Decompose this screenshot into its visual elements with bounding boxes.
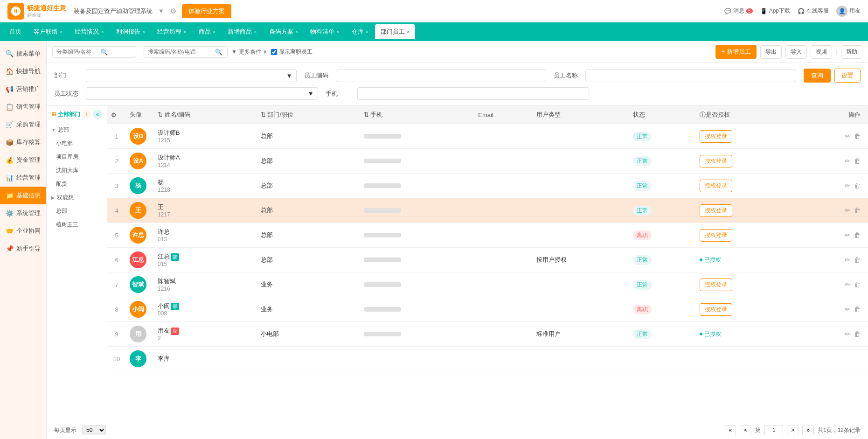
user-btn[interactable]: 👤 用友 xyxy=(836,6,861,17)
tab-operation[interactable]: 经营情况 × xyxy=(69,24,109,39)
service-btn[interactable]: 🎧 在线客服 xyxy=(798,7,829,15)
next-page-btn[interactable]: > xyxy=(787,425,799,435)
close-icon[interactable]: × xyxy=(295,29,298,35)
tab-history[interactable]: 经营历程 × xyxy=(152,24,192,39)
nav-collab[interactable]: 🤝 企业协同 xyxy=(0,222,46,240)
emp-code-input[interactable] xyxy=(336,70,547,82)
auth-login-button[interactable]: 授权登录 xyxy=(700,204,732,217)
nav-finance[interactable]: 💰 资金管理 xyxy=(0,151,46,169)
close-icon[interactable]: × xyxy=(254,29,257,35)
nav-inventory[interactable]: 📦 库存核算 xyxy=(0,133,46,151)
close-icon[interactable]: × xyxy=(336,29,339,35)
tab-bom[interactable]: 物料清单 × xyxy=(305,24,345,39)
more-filter-btn[interactable]: ▼ 更多条件 ∧ xyxy=(231,48,267,56)
auth-login-button[interactable]: 授权登录 xyxy=(700,180,732,192)
auth-login-button[interactable]: 授权登录 xyxy=(700,229,732,242)
edit-icon[interactable]: ✏ xyxy=(845,182,850,189)
dept-tree-general[interactable]: ▼ 总部 xyxy=(47,123,107,137)
import-button[interactable]: 导入 xyxy=(785,45,807,59)
first-page-btn[interactable]: « xyxy=(725,425,736,435)
nav-sales[interactable]: 📋 销售管理 xyxy=(0,98,46,116)
delete-icon[interactable]: 🗑 xyxy=(854,231,861,239)
query-button[interactable]: 查询 xyxy=(804,69,831,83)
close-icon[interactable]: × xyxy=(101,29,104,35)
tab-home[interactable]: 首页 xyxy=(4,24,27,39)
employee-search-box[interactable]: 🔍 xyxy=(144,46,228,58)
auth-login-button[interactable]: 授权登录 xyxy=(700,279,732,291)
dept-search-input[interactable] xyxy=(56,49,98,55)
col-settings[interactable]: ⚙ xyxy=(107,106,126,124)
per-page-select[interactable]: 50 100 xyxy=(82,425,106,435)
close-icon[interactable]: × xyxy=(60,29,62,35)
employee-search-input[interactable] xyxy=(148,49,213,55)
resigned-checkbox-input[interactable] xyxy=(271,49,277,55)
nav-marketing[interactable]: 📢 营销推广 xyxy=(0,80,46,98)
edit-icon[interactable]: ✏ xyxy=(845,306,850,313)
last-page-btn[interactable]: » xyxy=(802,425,814,435)
auth-login-button[interactable]: 授权登录 xyxy=(700,303,732,316)
dept-search-icon[interactable]: 🔍 xyxy=(100,49,108,56)
edit-icon[interactable]: ✏ xyxy=(845,330,850,338)
delete-icon[interactable]: 🗑 xyxy=(854,306,861,313)
add-dept-btn[interactable]: + xyxy=(82,110,91,119)
dept-item-zhishu[interactable]: 植树王三 xyxy=(47,218,107,231)
nav-business[interactable]: 📊 经营管理 xyxy=(0,169,46,187)
col-dept[interactable]: ⇅ 部门/职位 xyxy=(257,106,360,124)
page-input[interactable] xyxy=(764,425,783,435)
dept-item-project[interactable]: 项目库房 xyxy=(47,150,107,164)
dept-item-small-elec[interactable]: 小电部 xyxy=(47,137,107,150)
auth-login-button[interactable]: 授权登录 xyxy=(700,155,732,167)
dropdown-icon[interactable]: ▼ xyxy=(158,7,164,14)
dept-search-box[interactable]: 🔍 xyxy=(52,46,136,58)
tab-dept-staff[interactable]: 部门员工 × xyxy=(375,24,415,39)
trial-button[interactable]: 体验行业方案 xyxy=(182,4,231,18)
nav-search[interactable]: 🔍 搜索菜单 xyxy=(0,45,46,63)
dept-item-headquarters[interactable]: 总部 xyxy=(47,204,107,218)
edit-icon[interactable]: ✏ xyxy=(845,132,850,140)
tab-customer[interactable]: 客户联络 × xyxy=(28,24,68,39)
edit-icon[interactable]: ✏ xyxy=(845,281,850,288)
app-download-btn[interactable]: 📱 App下载 xyxy=(760,7,790,15)
view-button[interactable]: 视频 xyxy=(811,45,832,59)
emp-name-input[interactable] xyxy=(585,70,796,82)
edit-icon[interactable]: ✏ xyxy=(845,231,850,239)
nav-purchase[interactable]: 🛒 采购管理 xyxy=(0,116,46,133)
dept-item-distribution[interactable]: 配货 xyxy=(47,177,107,191)
add-employee-button[interactable]: + 新增员工 xyxy=(715,45,756,59)
help-button[interactable]: 帮助 xyxy=(841,45,862,59)
col-name[interactable]: ⇅ 姓名/编码 xyxy=(154,106,257,124)
nav-system[interactable]: ⚙️ 系统管理 xyxy=(0,204,46,222)
auth-login-button[interactable]: 授权登录 xyxy=(700,130,732,143)
collapse-dept-btn[interactable]: « xyxy=(93,110,102,119)
dept-select[interactable]: ▼ xyxy=(86,70,297,82)
nav-guide[interactable]: 📌 新手引导 xyxy=(0,240,46,258)
prev-page-btn[interactable]: < xyxy=(740,425,751,435)
delete-icon[interactable]: 🗑 xyxy=(854,132,861,140)
tab-add-goods[interactable]: 新增商品 × xyxy=(222,24,262,39)
close-icon[interactable]: × xyxy=(366,29,368,35)
close-icon[interactable]: × xyxy=(142,29,145,35)
phone-input[interactable] xyxy=(357,87,590,100)
tab-goods[interactable]: 商品 × xyxy=(193,24,221,39)
tab-warehouse[interactable]: 仓库 × xyxy=(346,24,374,39)
delete-icon[interactable]: 🗑 xyxy=(854,281,861,288)
nav-shortcut[interactable]: 🏠 快捷导航 xyxy=(0,63,46,80)
employee-search-icon[interactable]: 🔍 xyxy=(215,49,222,56)
delete-icon[interactable]: 🗑 xyxy=(854,182,861,189)
delete-icon[interactable]: 🗑 xyxy=(854,157,861,165)
tab-profit[interactable]: 利润报告 × xyxy=(111,24,151,39)
tab-barcode[interactable]: 条码方案 × xyxy=(264,24,304,39)
edit-icon[interactable]: ✏ xyxy=(845,256,850,264)
edit-icon[interactable]: ✏ xyxy=(845,207,850,214)
delete-icon[interactable]: 🗑 xyxy=(854,256,861,264)
nav-basic-info[interactable]: 📁 基础信息 xyxy=(0,187,46,204)
delete-icon[interactable]: 🗑 xyxy=(854,207,861,214)
emp-status-select[interactable]: ▼ xyxy=(86,87,318,100)
dept-item-shenyang[interactable]: 沈阳大库 xyxy=(47,164,107,177)
close-icon[interactable]: × xyxy=(183,29,186,35)
message-btn[interactable]: 💬 消息 5 xyxy=(724,7,753,15)
show-resigned-checkbox[interactable]: 显示离职员工 xyxy=(271,48,312,56)
dept-tree-shuangluxiang[interactable]: ▶ 双鹿想 xyxy=(47,191,107,204)
export-button[interactable]: 导出 xyxy=(760,45,782,59)
set-button[interactable]: 设置 xyxy=(834,69,861,83)
